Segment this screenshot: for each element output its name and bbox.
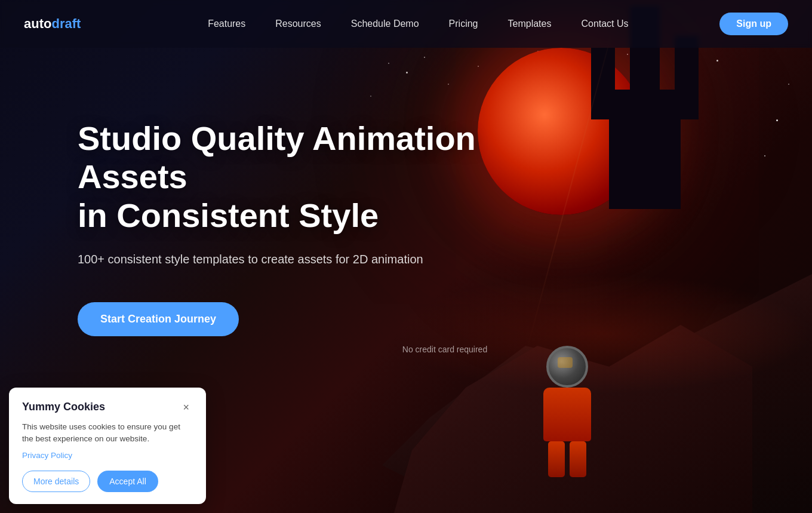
no-credit-text: No credit card required xyxy=(78,345,812,354)
hero-title-line1: Studio Quality Animation Assets xyxy=(78,119,476,195)
cookie-title: Yummy Cookies xyxy=(22,401,105,413)
hero-title-line2: in Consistent Style xyxy=(78,196,379,234)
nav-link-resources[interactable]: Resources xyxy=(275,19,321,29)
nav-links: Features Resources Schedule Demo Pricing… xyxy=(116,19,719,29)
cookie-body-text: This website uses cookies to ensure you … xyxy=(22,421,193,446)
logo-auto: auto xyxy=(24,16,51,31)
logo[interactable]: autodraft xyxy=(24,16,81,32)
cookie-banner: Yummy Cookies × This website uses cookie… xyxy=(9,388,206,505)
cookie-close-button[interactable]: × xyxy=(179,401,193,414)
nav-link-templates[interactable]: Templates xyxy=(508,19,552,29)
nav-link-features[interactable]: Features xyxy=(208,19,245,29)
signup-button[interactable]: Sign up xyxy=(719,13,788,35)
hero-title: Studio Quality Animation Assets in Consi… xyxy=(78,119,484,235)
navbar: autodraft Features Resources Schedule De… xyxy=(0,0,812,48)
more-details-button[interactable]: More details xyxy=(22,471,90,492)
nav-link-pricing[interactable]: Pricing xyxy=(449,19,478,29)
privacy-policy-link[interactable]: Privacy Policy xyxy=(22,451,193,460)
logo-draft: draft xyxy=(51,16,81,31)
cookie-actions: More details Accept All xyxy=(22,471,193,492)
cookie-header: Yummy Cookies × xyxy=(22,401,193,414)
accept-all-button[interactable]: Accept All xyxy=(97,471,158,492)
hero-subtitle: 100+ consistent style templates to creat… xyxy=(78,253,436,266)
cta-section: Start Creation Journey No credit card re… xyxy=(78,302,812,354)
nav-link-contact-us[interactable]: Contact Us xyxy=(581,19,628,29)
astronaut-decoration xyxy=(531,346,603,477)
nav-link-schedule-demo[interactable]: Schedule Demo xyxy=(351,19,419,29)
start-creation-button[interactable]: Start Creation Journey xyxy=(78,302,239,336)
hero-content: Studio Quality Animation Assets in Consi… xyxy=(0,48,812,354)
